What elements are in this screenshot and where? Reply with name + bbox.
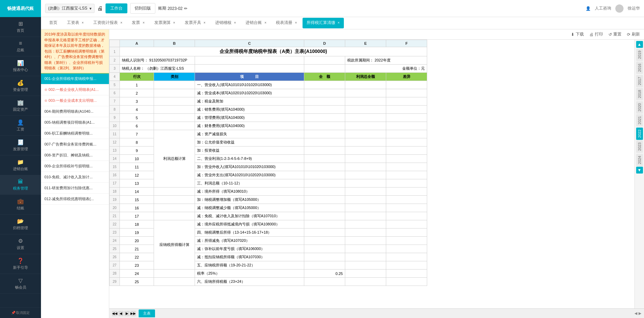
workbench-button[interactable]: 工作台	[106, 3, 127, 13]
list-item-005[interactable]: 005-纳税调整项目明细表(A1...	[41, 117, 109, 128]
switch-version-button[interactable]: 切到旧版	[130, 3, 155, 14]
topbar-right: 👤 人工咨询 徐运华	[586, 4, 640, 13]
sidebar-item-tax[interactable]: 🏛 税务管理	[0, 175, 41, 195]
tab-purchase-audit[interactable]: 进销稽核 ×	[211, 18, 240, 28]
tab-tax-list-close[interactable]: ×	[295, 21, 297, 25]
sheet-nav-last[interactable]: ▶▶	[130, 311, 136, 316]
service-icon: 👤	[586, 6, 591, 11]
sidebar-item-report-label: 报表中心	[13, 67, 28, 72]
year-panel-down[interactable]: ▼	[636, 167, 643, 174]
sidebar-item-payroll[interactable]: 👤 工资	[0, 116, 41, 136]
table-row: 29 25 六、应纳所得税额（23×24）	[110, 278, 427, 286]
tab-invoice-calc-close[interactable]: ×	[173, 21, 175, 25]
sheet-tab-main[interactable]: 主表	[139, 309, 155, 317]
print-btn-icon: 🖨	[589, 32, 593, 37]
year-panel: ▲ 2019 2016 2017 2018 2020 2021 2022 202…	[634, 40, 644, 308]
tab-purchase-audit-close[interactable]: ×	[234, 21, 236, 25]
list-item-002[interactable]: ⊙ 002-一般企业收入明细表(A1...	[41, 84, 109, 95]
list-item-006[interactable]: 006-职工薪酬纳税调整明细...	[41, 128, 109, 139]
year-2024[interactable]: 2024	[636, 154, 643, 166]
year-2022[interactable]: 2022	[636, 127, 643, 140]
tabs-bar: 首页 工资表 × 工资统计报表 × 发票 × 发票测算 × 发票开具 × 进销稽…	[41, 17, 644, 29]
tab-invoice-issue-close[interactable]: ×	[204, 21, 206, 25]
report-icon: 📊	[17, 60, 24, 66]
year-panel-up[interactable]: ▲	[636, 41, 643, 48]
sheet-nav-prev[interactable]: ◀	[118, 311, 124, 316]
pin-icon: 📌	[11, 311, 15, 315]
edit-period-icon[interactable]: ✏	[184, 6, 187, 11]
tab-payroll-stats[interactable]: 工资统计报表 ×	[89, 18, 126, 28]
list-item-007[interactable]: 007-广告费和业务宣传费跨账...	[41, 139, 109, 150]
sidebar-item-closing[interactable]: 💼 结账	[0, 195, 41, 215]
sidebar-item-capital-label: 资金管理	[13, 87, 28, 92]
tab-payroll[interactable]: 工资表 ×	[63, 18, 88, 28]
list-item-010[interactable]: 010-免税、减计收入及加计...	[41, 172, 109, 183]
tax-icon: 🏛	[18, 179, 23, 185]
year-2017[interactable]: 2017	[636, 75, 643, 87]
table-row: 7 3 减：税金及附加	[110, 97, 427, 106]
sidebar-item-invoice[interactable]: 🧾 发票管理	[0, 136, 41, 155]
table-row: 22 18 应纳税所得额计算 减：境外应税所得抵减境内亏损（填写A108000）	[110, 220, 427, 229]
list-item-009[interactable]: 009-企业所得税补亏损明细...	[41, 161, 109, 172]
category-taxable-income: 应纳税所得额计算	[154, 220, 195, 269]
period-value: 2023-02	[168, 6, 183, 11]
sheet-container: A B C D E F 1 企业所	[109, 40, 634, 308]
taxpayer-id-label: 纳税人识别号：	[122, 58, 148, 62]
tab-invoice-close[interactable]: ×	[143, 21, 145, 25]
sidebar-item-capital[interactable]: 💰 资金管理	[0, 76, 41, 96]
sidebar-item-guide[interactable]: ❓ 新手引导	[0, 254, 41, 274]
list-item-011[interactable]: 011-研发费用加计扣除优惠...	[41, 183, 109, 194]
print-button[interactable]: 🖨 打印	[589, 31, 603, 37]
tab-invoice-calc[interactable]: 发票测算 ×	[150, 18, 179, 28]
username-label: 徐运华	[628, 5, 640, 11]
sidebar-item-purchase-sales-label: 进销台账	[13, 166, 28, 171]
sidebar-item-ledger[interactable]: ≡ 总账	[0, 37, 41, 56]
download-button[interactable]: ⬇ 下载	[571, 31, 584, 37]
sheet-nav-first[interactable]: ◀◀	[112, 311, 117, 316]
tab-payroll-stats-close[interactable]: ×	[121, 21, 123, 25]
sidebar-item-tax-label: 税务管理	[13, 186, 28, 191]
reset-button[interactable]: ↺ 重置	[608, 31, 621, 37]
table-row: 18 14 减：境外所得（填写A108010）	[110, 188, 427, 196]
sidebar-item-member[interactable]: ▽ 畅会员	[0, 274, 41, 294]
sidebar-pin-toggle[interactable]: 📌 取消固定	[0, 307, 41, 318]
sidebar-item-report[interactable]: 📊 报表中心	[0, 56, 41, 76]
tab-tax-list[interactable]: 税表清册 ×	[272, 18, 301, 28]
sidebar-item-assets[interactable]: 🏢 固定资产	[0, 96, 41, 116]
user-service-label[interactable]: 人工咨询	[595, 5, 611, 11]
year-2019[interactable]: 2019	[636, 49, 643, 61]
tab-home[interactable]: 首页	[45, 18, 61, 28]
refresh-button[interactable]: ⟳ 刷新	[627, 31, 640, 37]
home-icon: ⊞	[18, 20, 23, 27]
download-label: 下载	[576, 31, 584, 37]
tab-purchase-ledger-close[interactable]: ×	[264, 21, 266, 25]
list-item-004[interactable]: 004-期间费用明细表(A1040...	[41, 106, 109, 117]
scroll-right-icon[interactable]: ▶	[639, 311, 641, 316]
tab-income-tax[interactable]: 所得税汇算清缴 ×	[303, 18, 344, 28]
col-header-c: C	[195, 40, 304, 47]
year-2018[interactable]: 2018	[636, 88, 643, 100]
tab-invoice[interactable]: 发票 ×	[128, 18, 149, 28]
year-2023[interactable]: 2023	[636, 140, 643, 153]
sheet-nav-next[interactable]: ▶	[124, 311, 130, 316]
list-item-012[interactable]: 012-减免所得税优惠明细表(...	[41, 194, 109, 205]
col-rownum-header: 行次	[120, 73, 154, 81]
sidebar-logo: 畅捷通易代账	[0, 0, 41, 17]
company-selector[interactable]: (勿删）江西服宝-LSS ▾	[45, 4, 95, 13]
list-item-003[interactable]: ⊙ 003-一般企业成本支出明细...	[41, 95, 109, 106]
year-2020[interactable]: 2020	[636, 101, 643, 113]
year-2016[interactable]: 2016	[636, 61, 643, 74]
tab-payroll-close[interactable]: ×	[82, 21, 84, 25]
tab-invoice-issue[interactable]: 发票开具 ×	[181, 18, 210, 28]
sidebar-item-home[interactable]: ⊞ 首页	[0, 17, 41, 37]
scroll-left-icon[interactable]: ◀	[634, 311, 637, 316]
sidebar-item-archive[interactable]: 📂 归档管理	[0, 215, 41, 234]
list-item-001[interactable]: 001-企业所得税年度纳税申报...	[41, 73, 109, 84]
sidebar-item-purchase-sales[interactable]: 📁 进销台账	[0, 155, 41, 175]
purchase-sales-icon: 📁	[17, 159, 24, 165]
tab-income-tax-close[interactable]: ×	[338, 21, 340, 25]
tab-purchase-ledger[interactable]: 进销台账 ×	[241, 18, 270, 28]
list-item-008[interactable]: 008-资产折旧、摊销及纳税...	[41, 150, 109, 161]
year-2021[interactable]: 2021	[636, 114, 643, 126]
sidebar-item-settings[interactable]: ⚙ 设置	[0, 234, 41, 254]
